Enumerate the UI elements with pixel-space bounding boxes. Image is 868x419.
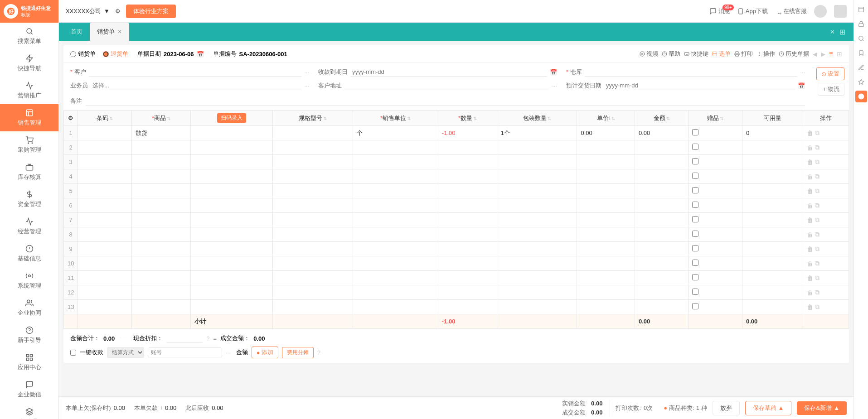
info-icon-debt[interactable]: ℹ <box>160 405 162 411</box>
sidebar-item-system[interactable]: 系统管理 <box>0 267 58 294</box>
settings-gear-btn[interactable]: ⚙ <box>115 8 121 14</box>
address-dots-btn[interactable]: ··· <box>552 82 557 89</box>
delete-icon-7[interactable]: 🗑 <box>807 217 813 224</box>
customer-input[interactable] <box>89 67 301 77</box>
save-new-btn[interactable]: 保存&新增 ▲ <box>797 401 847 415</box>
gift-checkbox-7[interactable] <box>692 216 698 222</box>
gift-checkbox-11[interactable] <box>692 274 698 280</box>
history-btn[interactable]: 历史单据 <box>779 50 809 58</box>
right-panel-btn-1[interactable] <box>855 4 867 15</box>
customer-address-input[interactable] <box>344 81 549 90</box>
message-btn[interactable]: 消息 99+ <box>709 7 730 15</box>
sidebar-item-marketing[interactable]: 营销推广 <box>0 77 58 104</box>
save-draft-btn[interactable]: 保存草稿 ▲ <box>745 401 792 415</box>
gift-checkbox-4[interactable] <box>692 173 698 179</box>
copy-icon-10[interactable]: ⧉ <box>815 260 820 267</box>
copy-icon-5[interactable]: ⧉ <box>815 187 820 195</box>
right-panel-btn-2[interactable] <box>855 18 867 30</box>
settings-btn[interactable]: ⊙ ⊙ 设置 设置 <box>816 67 844 80</box>
delete-icon-11[interactable]: 🗑 <box>807 275 813 282</box>
salesperson-input[interactable] <box>91 81 301 90</box>
user-avatar[interactable] <box>814 5 827 18</box>
settlement-method-select[interactable]: 结算方式 <box>107 347 144 358</box>
gift-checkbox-13[interactable] <box>692 303 698 309</box>
one-click-pay-checkbox[interactable] <box>70 350 76 356</box>
sidebar-item-wechat[interactable]: 企业微信 <box>0 376 58 403</box>
tab-sales-order[interactable]: 销货单 ✕ <box>90 23 129 41</box>
settings-icon[interactable]: ⚙ <box>68 115 73 121</box>
copy-icon-1[interactable]: ⧉ <box>815 129 820 137</box>
right-panel-btn-4[interactable] <box>855 47 867 59</box>
copy-icon-12[interactable]: ⧉ <box>815 289 820 296</box>
right-panel-btn-6[interactable] <box>855 76 867 88</box>
gift-checkbox-1[interactable] <box>692 129 698 135</box>
video-btn[interactable]: 视频 <box>640 50 658 58</box>
gift-checkbox-8[interactable] <box>692 231 698 237</box>
add-payment-btn[interactable]: ● 添加 <box>252 347 278 358</box>
delete-icon-8[interactable]: 🗑 <box>807 231 813 238</box>
account-input[interactable] <box>148 347 222 357</box>
delete-icon-2[interactable]: 🗑 <box>807 144 813 151</box>
expense-btn[interactable]: 费用分摊 <box>282 347 314 358</box>
copy-icon-4[interactable]: ⧉ <box>815 173 820 180</box>
sidebar-item-management[interactable]: 经营管理 <box>0 213 58 240</box>
gift-checkbox-9[interactable] <box>692 245 698 251</box>
calendar-icon[interactable]: 📅 <box>197 51 204 58</box>
sidebar-item-purchase[interactable]: 采购管理 <box>0 131 58 159</box>
trial-btn[interactable]: 体验行业方案 <box>126 5 176 18</box>
copy-icon-2[interactable]: ⧉ <box>815 144 820 151</box>
sidebar-item-apps[interactable]: 应用中心 <box>0 349 58 376</box>
sidebar-item-finance[interactable]: 资金管理 <box>0 186 58 213</box>
scan-btn[interactable]: 扫码录入 <box>217 113 246 123</box>
print-btn[interactable]: 打印 <box>734 50 753 58</box>
warehouse-input[interactable]: 建材仓 <box>585 67 797 77</box>
sidebar-item-inventory[interactable]: 库存核算 <box>0 159 58 186</box>
next-record-btn[interactable]: ▶ <box>821 51 825 58</box>
delete-icon-5[interactable]: 🗑 <box>807 188 813 195</box>
copy-icon-11[interactable]: ⧉ <box>815 274 820 282</box>
tab-grid-view-btn[interactable]: ⊞ <box>839 28 849 36</box>
warehouse-dots-btn[interactable]: ··· <box>800 69 805 76</box>
calendar-icon-delivery[interactable]: 📅 <box>798 82 805 89</box>
gift-checkbox-3[interactable] <box>692 158 698 164</box>
gift-checkbox-6[interactable] <box>692 202 698 208</box>
copy-icon-9[interactable]: ⧉ <box>815 245 820 253</box>
sidebar-item-base-info[interactable]: 基础信息 <box>0 240 58 267</box>
account-dots-btn[interactable]: ··· <box>226 349 231 356</box>
copy-icon-6[interactable]: ⧉ <box>815 202 820 209</box>
tab-close-icon[interactable]: ✕ <box>117 29 122 35</box>
sidebar-item-member[interactable]: 畅会员 <box>0 403 58 419</box>
sidebar-item-sales[interactable]: 销售管理 <box>0 104 58 131</box>
radio-sales-order[interactable]: 销货单 <box>70 50 96 58</box>
discount-input[interactable] <box>166 334 203 343</box>
delete-icon-13[interactable]: 🗑 <box>807 303 813 311</box>
list-view-btn[interactable]: ≡ <box>829 50 833 58</box>
keyboard-btn[interactable]: 快捷键 <box>684 50 708 58</box>
user-info-btn[interactable] <box>834 5 847 18</box>
gift-checkbox-10[interactable] <box>692 260 698 266</box>
app-download-btn[interactable]: App下载 <box>737 7 768 15</box>
select-order-btn[interactable]: 选单 <box>712 50 731 58</box>
gift-checkbox-12[interactable] <box>692 289 698 295</box>
radio-return-order[interactable]: 退货单 <box>103 50 128 58</box>
operation-btn[interactable]: 操作 <box>756 50 775 58</box>
discard-btn[interactable]: 放弃 <box>713 401 740 415</box>
gift-checkbox-5[interactable] <box>692 187 698 193</box>
help-btn[interactable]: 帮助 <box>662 50 680 58</box>
delete-icon-6[interactable]: 🗑 <box>807 202 813 209</box>
copy-icon-8[interactable]: ⧉ <box>815 231 820 238</box>
delete-icon-9[interactable]: 🗑 <box>807 246 813 253</box>
collection-date-input[interactable] <box>350 67 547 77</box>
delete-icon-1[interactable]: 🗑 <box>807 130 813 137</box>
right-panel-btn-5[interactable] <box>855 62 867 73</box>
tab-home[interactable]: 首页 <box>63 23 90 41</box>
copy-icon-3[interactable]: ⧉ <box>815 158 820 166</box>
delete-icon-3[interactable]: 🗑 <box>807 159 813 166</box>
sidebar-item-cooperation[interactable]: 企业协同 <box>0 294 58 322</box>
grid-view-btn[interactable]: ⊞ <box>837 50 842 58</box>
expense-help-icon[interactable]: ? <box>317 349 320 356</box>
sidebar-item-guide[interactable]: 新手引导 <box>0 322 58 349</box>
online-service-btn[interactable]: 在线客服 <box>775 7 807 15</box>
copy-icon-7[interactable]: ⧉ <box>815 216 820 224</box>
salesperson-dots-btn[interactable]: ··· <box>304 82 309 89</box>
